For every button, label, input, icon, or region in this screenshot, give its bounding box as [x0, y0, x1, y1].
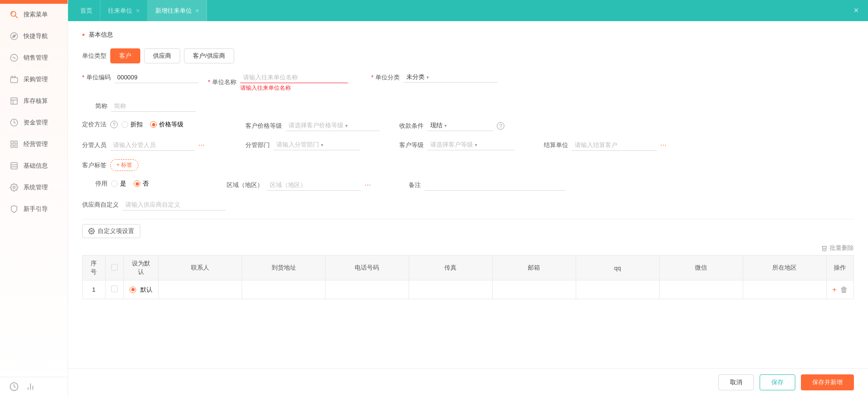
svg-point-20: [91, 230, 92, 232]
tab-contacts[interactable]: 往来单位 ×: [100, 0, 148, 21]
unit-code-input[interactable]: [114, 72, 199, 83]
remark-input[interactable]: [425, 179, 565, 191]
custom-settings-btn[interactable]: 自定义项设置: [82, 224, 140, 238]
tab-contacts-close[interactable]: ×: [136, 7, 140, 14]
col-action: 操作: [826, 256, 853, 280]
settle-unit-more-btn[interactable]: ···: [660, 141, 666, 149]
row-email-input[interactable]: [498, 284, 570, 295]
row-region[interactable]: [743, 280, 826, 299]
sidebar-item-guide[interactable]: 新手引导: [0, 198, 68, 220]
cancel-button[interactable]: 取消: [718, 374, 754, 390]
unit-type-supplier-btn[interactable]: 供应商: [144, 48, 180, 63]
add-tag-btn[interactable]: + 标签: [110, 159, 138, 171]
row-qq[interactable]: [576, 280, 659, 299]
row-phone[interactable]: [326, 280, 409, 299]
disabled-yes-radio[interactable]: 是: [111, 179, 126, 188]
sidebar-item-nav-label: 快捷导航: [23, 32, 48, 40]
abbr-input[interactable]: [111, 101, 196, 112]
save-button[interactable]: 保存: [760, 374, 795, 390]
purchase-icon: [9, 75, 19, 84]
manager-input[interactable]: [110, 140, 195, 151]
row-fax[interactable]: [409, 280, 492, 299]
tab-new-contact-close[interactable]: ×: [196, 7, 199, 14]
svg-rect-15: [11, 163, 17, 169]
unit-code-group: 单位编码: [82, 72, 204, 83]
row-seq: 1: [83, 280, 106, 299]
row-add-btn[interactable]: +: [832, 286, 837, 294]
row-wechat[interactable]: [659, 280, 743, 299]
save-new-button[interactable]: 保存并新增: [801, 374, 854, 390]
abbr-label: 简称: [95, 102, 107, 110]
batch-delete-btn[interactable]: 批量删除: [821, 244, 854, 252]
row-checkbox[interactable]: [105, 280, 123, 299]
pricing-level-radio[interactable]: 价格等级: [150, 120, 183, 129]
tab-new-contact[interactable]: 新增往来单位 ×: [148, 0, 207, 21]
row-email[interactable]: [492, 280, 576, 299]
form-footer: 取消 保存 保存并新增: [68, 368, 868, 396]
disabled-no-radio[interactable]: 否: [134, 179, 149, 188]
row-region-input[interactable]: [749, 284, 821, 295]
col-default: 设为默认: [123, 256, 158, 280]
supplier-custom-input[interactable]: [122, 199, 226, 210]
customer-price-level-select[interactable]: 请选择客户价格等级 ▾: [286, 120, 380, 131]
unit-code-label: 单位编码: [82, 73, 111, 82]
form-content: ▪ 基本信息 单位类型 客户 供应商 客户/供应商 单位编码 单位名称: [68, 21, 868, 368]
sidebar-item-sales[interactable]: 销售管理: [0, 47, 68, 69]
sidebar-item-inventory[interactable]: 库存核算: [0, 90, 68, 112]
payment-terms-select[interactable]: 现结 ▾: [427, 120, 493, 131]
sidebar-item-finance[interactable]: 资金管理: [0, 112, 68, 133]
sidebar-item-operations[interactable]: 经营管理: [0, 133, 68, 155]
row-address[interactable]: [242, 280, 326, 299]
manager-more-btn[interactable]: ···: [198, 141, 205, 149]
unit-category-select[interactable]: 未分类 ▾: [404, 72, 497, 83]
unit-main-row: 单位编码 单位名称 请输入往来单位名称 单位分类 未分类 ▾: [82, 72, 854, 92]
supplier-custom-label: 供应商自定义: [82, 201, 119, 209]
row-wechat-input[interactable]: [665, 284, 737, 295]
unit-name-input[interactable]: [240, 72, 348, 83]
region-input[interactable]: [267, 179, 361, 191]
sidebar-item-purchase[interactable]: 采购管理: [0, 69, 68, 90]
row-default-radio[interactable]: 默认: [129, 286, 152, 294]
section-header: ▪ 基本信息: [82, 31, 854, 39]
col-checkbox[interactable]: [105, 256, 123, 280]
disabled-group: 停用 是 否: [82, 179, 223, 188]
sidebar-item-nav[interactable]: 快捷导航: [0, 25, 68, 47]
payment-help-icon[interactable]: ?: [497, 122, 504, 130]
region-more-btn[interactable]: ···: [365, 181, 371, 189]
unit-type-group: 单位类型 客户 供应商 客户/供应商: [82, 48, 234, 63]
row-qq-input[interactable]: [582, 284, 654, 295]
customer-price-level-label: 客户价格等级: [245, 122, 282, 130]
settle-unit-input[interactable]: [572, 140, 656, 151]
row-delete-btn[interactable]: 🗑: [840, 286, 848, 294]
sidebar-item-search[interactable]: 搜索菜单: [0, 4, 68, 25]
pricing-help-icon[interactable]: ?: [110, 121, 118, 128]
sidebar-top-bar: [0, 0, 68, 4]
customer-price-level-group: 客户价格等级 请选择客户价格等级 ▾: [245, 120, 396, 131]
table-body: 1 默认: [83, 280, 854, 299]
pricing-radio-group: 折扣 价格等级: [122, 120, 183, 129]
default-radio-circle: [129, 287, 136, 293]
svg-marker-5: [13, 35, 15, 38]
unit-type-customer-btn[interactable]: 客户: [110, 48, 140, 63]
guide-icon: [9, 204, 19, 214]
section-title: 基本信息: [89, 31, 113, 39]
select-all-checkbox[interactable]: [111, 264, 118, 271]
row-phone-input[interactable]: [331, 284, 403, 295]
row-contact-input[interactable]: [164, 284, 236, 295]
unit-type-both-btn[interactable]: 客户/供应商: [184, 48, 234, 63]
tab-home[interactable]: 首页: [73, 0, 100, 21]
row-fax-input[interactable]: [415, 284, 487, 295]
batch-delete-label: 批量删除: [830, 244, 854, 252]
row-checkbox-input[interactable]: [111, 286, 118, 292]
customer-level-select[interactable]: 请选择客户等级 ▾: [427, 140, 514, 150]
dept-select[interactable]: 请输入分管部门 ▾: [274, 140, 360, 150]
sidebar-item-system[interactable]: 系统管理: [0, 177, 68, 198]
inventory-icon: [9, 96, 19, 106]
supplier-custom-group: 供应商自定义: [82, 199, 226, 210]
close-all-button[interactable]: ×: [849, 6, 863, 16]
row-address-input[interactable]: [248, 284, 320, 295]
sidebar-item-basic[interactable]: 基础信息: [0, 155, 68, 177]
compass-icon: [9, 31, 19, 41]
pricing-discount-radio[interactable]: 折扣: [122, 120, 143, 129]
row-contact[interactable]: [159, 280, 242, 299]
